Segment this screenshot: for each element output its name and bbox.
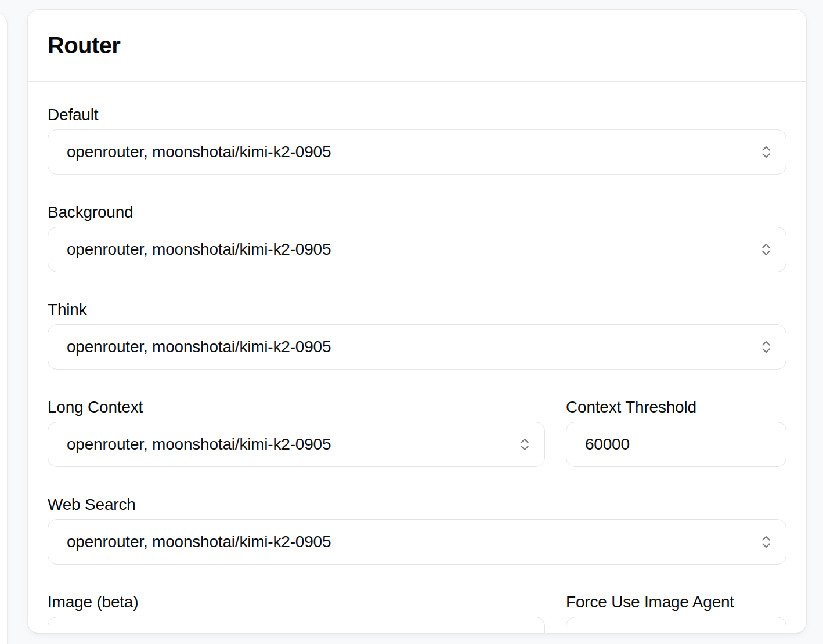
web-search-model-select-value: openrouter, moonshotai/kimi-k2-0905 [67,533,331,551]
router-settings-card: Router Default openrouter, moonshotai/ki… [27,9,807,634]
partial-card-edge [0,12,8,644]
long-context-label: Long Context [48,397,545,417]
web-search-model-select[interactable]: openrouter, moonshotai/kimi-k2-0905 [48,519,786,565]
default-row: Default openrouter, moonshotai/kimi-k2-0… [48,105,786,175]
chevrons-up-down-icon [519,631,530,634]
default-model-select[interactable]: openrouter, moonshotai/kimi-k2-0905 [48,129,786,175]
chevrons-up-down-icon [760,533,772,551]
long-context-row: Long Context openrouter, moonshotai/kimi… [48,397,786,467]
think-label: Think [48,300,786,320]
web-search-label: Web Search [48,495,786,515]
long-context-model-select-value: openrouter, moonshotai/kimi-k2-0905 [67,435,331,454]
default-model-select-value: openrouter, moonshotai/kimi-k2-0905 [67,143,331,161]
background-model-select[interactable]: openrouter, moonshotai/kimi-k2-0905 [48,227,786,272]
think-row: Think openrouter, moonshotai/kimi-k2-090… [48,300,786,370]
long-context-model-select[interactable]: openrouter, moonshotai/kimi-k2-0905 [48,422,545,467]
background-model-select-value: openrouter, moonshotai/kimi-k2-0905 [67,240,331,259]
image-model-select[interactable] [48,617,545,634]
think-model-select-value: openrouter, moonshotai/kimi-k2-0905 [67,338,331,356]
image-row: Image (beta) Force Use Image Agent [48,592,786,634]
context-threshold-column: Context Threshold [566,397,786,467]
force-image-agent-column: Force Use Image Agent [566,592,786,634]
web-search-row: Web Search openrouter, moonshotai/kimi-k… [48,495,786,565]
context-threshold-input[interactable] [566,422,786,467]
partial-card-divider [0,165,7,165]
force-use-image-agent-field[interactable] [566,617,786,634]
context-threshold-label: Context Threshold [566,397,786,417]
default-label: Default [48,105,786,125]
card-title: Router [48,32,120,59]
chevrons-up-down-icon [760,143,772,161]
chevrons-up-down-icon [519,436,530,453]
card-header: Router [28,10,806,82]
chevrons-up-down-icon [760,241,772,258]
chevrons-up-down-icon [760,338,772,356]
image-column: Image (beta) [48,592,545,634]
image-beta-label: Image (beta) [48,592,545,612]
background-label: Background [48,202,786,222]
force-use-image-agent-label: Force Use Image Agent [566,592,786,612]
think-model-select[interactable]: openrouter, moonshotai/kimi-k2-0905 [48,324,786,370]
background-row: Background openrouter, moonshotai/kimi-k… [48,202,786,272]
long-context-column: Long Context openrouter, moonshotai/kimi… [48,397,545,467]
card-body: Default openrouter, moonshotai/kimi-k2-0… [28,82,806,634]
